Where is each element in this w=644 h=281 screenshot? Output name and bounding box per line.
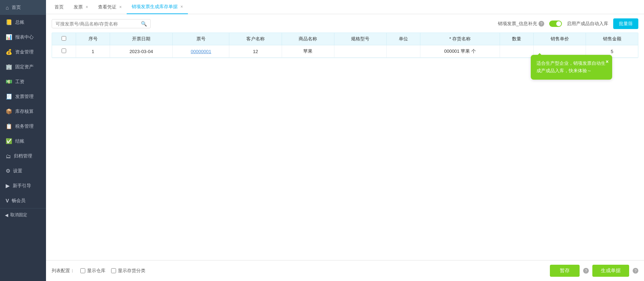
select-all-checkbox[interactable] <box>62 36 66 41</box>
search-input[interactable] <box>56 21 139 27</box>
show-inventory-cat-checkbox[interactable] <box>111 268 116 273</box>
sidebar-item-tax[interactable]: 📋 税务管理 <box>0 119 46 134</box>
sidebar-item-home[interactable]: ⌂ 首页 <box>0 0 46 15</box>
sidebar-label-fund: 资金管理 <box>15 49 34 55</box>
tab-invoice-label: 发票 <box>74 4 83 10</box>
sidebar-label-asset: 固定资产 <box>15 64 34 70</box>
undo-fixed-label: 取消固定 <box>10 212 27 218</box>
generate-button[interactable]: 生成单据 <box>592 265 629 277</box>
sidebar-item-settle[interactable]: ✅ 结账 <box>0 134 46 149</box>
data-table: 序号 开票日期 票号 客户名称 商品名称 规格型号 单位 * 存货名称 数量 销… <box>52 33 638 58</box>
fund-icon: 💰 <box>6 49 12 55</box>
row-product: 苹果 <box>282 45 334 58</box>
sidebar-item-wage[interactable]: 💵 工资 <box>0 74 46 89</box>
row-seq: 1 <box>76 45 110 58</box>
invoice-mgr-icon: 🧾 <box>6 93 12 100</box>
sidebar-item-fund[interactable]: 💰 资金管理 <box>0 45 46 59</box>
toolbar-row: 🔍 销项发票_信息补充 ? 启用产成品自动入库 批量筛 <box>52 18 638 29</box>
sidebar-label-wage: 工资 <box>15 79 24 85</box>
col-customer: 客户名称 <box>229 33 282 45</box>
generate-info-icon[interactable]: ? <box>633 268 638 274</box>
sidebar-item-settings[interactable]: ⚙ 设置 <box>0 164 46 178</box>
tab-home-label: 首页 <box>54 4 64 10</box>
row-date: 2023-03-04 <box>110 45 173 58</box>
tab-sales-stock-close[interactable]: × <box>180 4 183 9</box>
tooltip-close-button[interactable]: × <box>606 58 609 65</box>
settings-icon: ⚙ <box>6 168 10 174</box>
col-unit: 单位 <box>386 33 420 45</box>
tab-home[interactable]: 首页 <box>50 0 69 14</box>
inventory-icon: 📦 <box>6 108 12 115</box>
col-unit-price: 销售单价 <box>534 33 586 45</box>
row-checkbox-cell[interactable] <box>52 45 76 58</box>
col-seq: 序号 <box>76 33 110 45</box>
sidebar-label-invoice-mgr: 发票管理 <box>15 93 34 100</box>
sidebar-label-vip: 畅会员 <box>12 197 25 204</box>
col-checkbox[interactable] <box>52 33 76 45</box>
toolbar-right: 销项发票_信息补充 ? 启用产成品自动入库 批量筛 <box>498 18 638 29</box>
col-date: 开票日期 <box>110 33 173 45</box>
list-config: 列表配置： 显示仓库 显示存货分类 <box>52 268 145 274</box>
sidebar-label-settle: 结账 <box>15 138 24 144</box>
batch-button[interactable]: 批量筛 <box>613 18 638 29</box>
sidebar-label-archive: 归档管理 <box>14 153 32 159</box>
bottom-actions: 暂存 ? 生成单据 ? <box>550 265 638 277</box>
search-box[interactable]: 🔍 <box>52 19 151 28</box>
tab-invoice-close[interactable]: × <box>86 5 88 10</box>
sidebar-item-guide[interactable]: ▶ 新手引导 <box>0 178 46 193</box>
tab-sales-stock[interactable]: 销项发票生成库存单据 × <box>127 0 188 14</box>
page-content: 🔍 销项发票_信息补充 ? 启用产成品自动入库 批量筛 <box>46 14 644 260</box>
auto-warehouse-toggle[interactable] <box>549 21 562 27</box>
tab-voucher-close[interactable]: × <box>119 5 122 10</box>
row-unit <box>386 45 420 58</box>
row-checkbox[interactable] <box>62 48 66 53</box>
col-inventory-name: * 存货名称 <box>420 33 500 45</box>
col-quantity: 数量 <box>500 33 533 45</box>
archive-icon: 🗂 <box>6 153 11 159</box>
info-icon[interactable]: ? <box>539 21 544 27</box>
home-icon: ⌂ <box>6 5 9 11</box>
guide-icon: ▶ <box>6 183 10 189</box>
wage-icon: 💵 <box>6 79 12 85</box>
toggle-knob <box>556 21 561 26</box>
tooltip-text: 适合生产型企业，销项发票自动生成产成品入库，快来体验～ <box>536 61 605 73</box>
save-button[interactable]: 暂存 <box>550 265 580 277</box>
row-quantity <box>500 45 533 58</box>
info-label: 销项发票_信息补充 ? <box>498 21 544 27</box>
col-ticket-no: 票号 <box>173 33 229 45</box>
toggle-label: 启用产成品自动入库 <box>567 21 608 27</box>
vip-icon: V <box>6 198 9 203</box>
asset-icon: 🏢 <box>6 64 12 70</box>
sidebar-item-invoice-mgr[interactable]: 🧾 发票管理 <box>0 89 46 104</box>
sidebar-label-settings: 设置 <box>13 168 22 174</box>
save-info-icon[interactable]: ? <box>583 268 589 274</box>
sidebar-item-inventory[interactable]: 📦 库存核算 <box>0 104 46 119</box>
row-ticket-no[interactable]: 00000001 <box>173 45 229 58</box>
table-wrap: 序号 开票日期 票号 客户名称 商品名称 规格型号 单位 * 存货名称 数量 销… <box>52 33 638 58</box>
tab-sales-stock-label: 销项发票生成库存单据 <box>132 4 178 10</box>
row-spec <box>334 45 386 58</box>
sidebar-item-asset[interactable]: 🏢 固定资产 <box>0 59 46 74</box>
info-label-text: 销项发票_信息补充 <box>498 21 537 27</box>
undo-fixed-button[interactable]: ◀ 取消固定 <box>0 208 46 222</box>
ledger-icon: 📒 <box>6 19 12 25</box>
tab-invoice[interactable]: 发票 × <box>69 0 93 14</box>
sidebar-item-report[interactable]: 📊 报表中心 <box>0 30 46 45</box>
sidebar-item-archive[interactable]: 🗂 归档管理 <box>0 149 46 164</box>
show-warehouse-label[interactable]: 显示仓库 <box>80 268 105 274</box>
report-icon: 📊 <box>6 34 12 40</box>
sidebar-item-ledger[interactable]: 📒 总账 <box>0 15 46 30</box>
tab-voucher[interactable]: 查看凭证 × <box>93 0 127 14</box>
sidebar-label-ledger: 总账 <box>15 19 24 25</box>
show-inventory-cat-text: 显示存货分类 <box>118 268 145 274</box>
undo-fixed-icon: ◀ <box>5 213 8 218</box>
sidebar-label-guide: 新手引导 <box>13 183 31 189</box>
sidebar-item-vip[interactable]: V 畅会员 <box>0 193 46 208</box>
show-inventory-cat-label[interactable]: 显示存货分类 <box>111 268 145 274</box>
tax-icon: 📋 <box>6 123 12 130</box>
show-warehouse-checkbox[interactable] <box>80 268 85 273</box>
sidebar-label-inventory: 库存核算 <box>15 108 34 115</box>
sidebar-label-tax: 税务管理 <box>15 123 34 130</box>
tooltip-popup: × 适合生产型企业，销项发票自动生成产成品入库，快来体验～ <box>531 55 612 80</box>
col-amount: 销售金额 <box>586 33 638 45</box>
